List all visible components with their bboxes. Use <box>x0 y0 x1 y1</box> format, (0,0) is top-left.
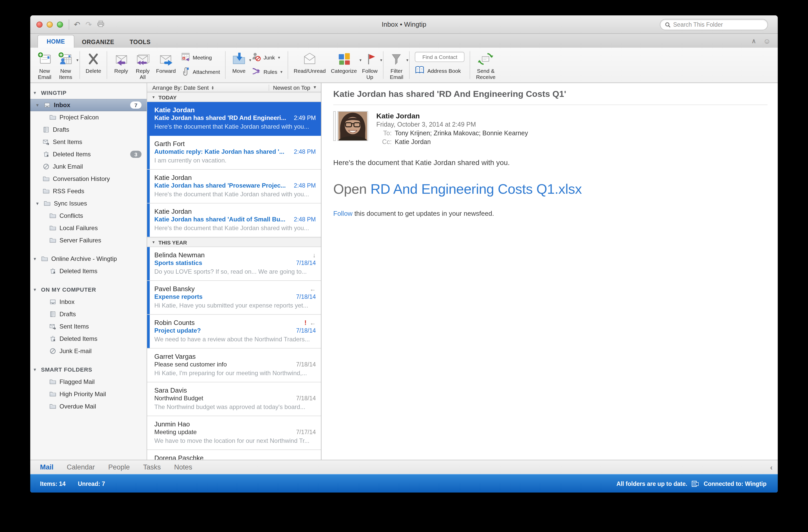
address-book-button[interactable]: Address Book <box>415 66 465 75</box>
sidebar-item[interactable]: ▼ Online Archive - Wingtip <box>30 253 147 265</box>
message-list-item[interactable]: ▼ Garth Fort ! <box>147 136 321 170</box>
sidebar-item[interactable]: ▼ Deleted Items 3 <box>30 148 147 160</box>
sidebar-item[interactable]: ▼ Conversation History <box>30 173 147 185</box>
read-unread-button[interactable]: Read/Unread <box>291 50 328 74</box>
sidebar-item[interactable]: ▼ Inbox 7 <box>30 99 147 111</box>
find-a-contact-input[interactable]: Find a Contact <box>415 52 465 62</box>
reply-button[interactable]: Reply <box>110 50 132 74</box>
forward-button[interactable]: Forward <box>153 50 179 74</box>
message-preview: Hi Katie, I'm preparing for our meeting … <box>154 369 316 378</box>
meeting-button[interactable]: Meeting <box>181 52 220 63</box>
message-subject: Please send customer info <box>154 361 292 368</box>
disclosure-triangle-icon[interactable]: ▼ <box>33 367 38 372</box>
cc-recipients: Katie Jordan <box>395 138 431 147</box>
group-header[interactable]: ▼ THIS YEAR <box>147 237 321 247</box>
message-date: Friday, October 3, 2014 at 2:49 PM <box>376 120 528 129</box>
send-receive-button[interactable]: Send & Receive <box>474 50 498 80</box>
sort-order-control[interactable]: Newest on Top ▼ <box>269 84 321 91</box>
document-link[interactable]: RD And Engineering Costs Q1.xlsx <box>370 182 582 197</box>
junk-button[interactable]: Junk ▾ <box>251 52 282 63</box>
message-list-item[interactable]: ▼ Sara Davis ! <box>147 382 321 416</box>
sidebar-item[interactable]: ▼ SMART FOLDERS <box>30 363 147 376</box>
folder-icon <box>42 188 50 195</box>
new-items-button[interactable]: New Items ▾ <box>55 50 76 80</box>
new-email-button[interactable]: New Email <box>34 50 55 80</box>
new-items-dropdown-caret[interactable]: ▾ <box>76 58 78 62</box>
message-list-item[interactable]: ▼ THIS YEAR ! <box>147 237 321 247</box>
follow-up-button[interactable]: Follow Up ▾ <box>360 50 380 80</box>
reply-all-button[interactable]: Reply All <box>132 50 153 80</box>
sidebar-item[interactable]: ▼ ON MY COMPUTER <box>30 283 147 296</box>
message-sender: Junmin Hao <box>154 420 316 428</box>
message-list-item[interactable]: ▼ Belinda Newman ! ↓ <box>147 247 321 281</box>
message-subject: Expense reports <box>154 293 292 300</box>
sidebar-item[interactable]: ▼ Sync Issues <box>30 197 147 210</box>
sidebar-item[interactable]: ▼ RSS Feeds <box>30 185 147 197</box>
follow-link[interactable]: Follow <box>333 210 352 217</box>
sidebar-item[interactable]: ▼ Sent Items <box>30 136 147 148</box>
module-tab-notes[interactable]: Notes <box>174 463 192 471</box>
disclosure-triangle-icon[interactable]: ▼ <box>33 287 38 292</box>
message-list-item[interactable]: ▼ Katie Jordan ! <box>147 204 321 237</box>
disclosure-triangle-icon[interactable]: ▼ <box>33 256 38 261</box>
search-input[interactable]: Search This Folder <box>660 19 768 30</box>
disclosure-triangle-icon[interactable]: ▼ <box>35 201 40 206</box>
sidebar-item[interactable]: ▼ Drafts <box>30 308 147 320</box>
categorize-button[interactable]: Categorize ▾ <box>328 50 360 74</box>
message-subject: Automatic reply: Katie Jordan has shared… <box>154 148 290 155</box>
message-list-item[interactable]: ▼ Junmin Hao ! <box>147 416 321 450</box>
sidebar-item-label: Junk Email <box>53 163 83 170</box>
follow-up-dropdown-caret[interactable]: ▾ <box>380 58 382 62</box>
message-list-item[interactable]: ▼ Pavel Bansky ! ← <box>147 281 321 315</box>
sidebar-item[interactable]: ▼ Sent Items <box>30 320 147 332</box>
sidebar-item[interactable]: ▼ WINGTIP <box>30 87 147 99</box>
module-tab-tasks[interactable]: Tasks <box>143 463 161 471</box>
sidebar-item[interactable]: ▼ Overdue Mail <box>30 400 147 413</box>
tab-tools[interactable]: TOOLS <box>122 36 159 48</box>
sidebar-item[interactable]: ▼ High Priority Mail <box>30 388 147 400</box>
message-list-item[interactable]: ▼ Katie Jordan ! <box>147 102 321 136</box>
sidebar-item[interactable]: ▼ Project Falcon <box>30 111 147 124</box>
sidebar-item[interactable]: ▼ Flagged Mail <box>30 376 147 388</box>
filter-email-button[interactable]: Filter Email ▾ <box>387 50 406 80</box>
message-list-item[interactable]: ▼ TODAY ! <box>147 92 321 102</box>
sidebar-item[interactable]: ▼ Junk Email <box>30 160 147 173</box>
sidebar-item[interactable]: ▼ Drafts <box>30 124 147 136</box>
sidebar-item-label: Inbox <box>59 298 75 305</box>
rules-dropdown-caret[interactable]: ▾ <box>280 70 282 74</box>
tab-organize[interactable]: ORGANIZE <box>74 36 122 48</box>
new-items-icon <box>57 51 74 67</box>
message-list-item[interactable]: ▼ Dorena Paschke ! <box>147 450 321 460</box>
collapse-ribbon-icon[interactable]: ∧ <box>752 37 756 44</box>
disclosure-triangle-icon[interactable]: ▼ <box>33 91 38 95</box>
sidebar-item[interactable]: ▼ Junk E-mail <box>30 345 147 357</box>
filter-email-dropdown-caret[interactable]: ▾ <box>406 58 408 62</box>
message-list-item[interactable]: ▼ Robin Counts ! ← <box>147 315 321 348</box>
message-list-item[interactable]: ▼ Katie Jordan ! <box>147 170 321 204</box>
read-unread-icon <box>302 51 317 67</box>
sidebar-item[interactable]: ▼ Server Failures <box>30 234 147 247</box>
message-list-item[interactable]: ▼ Garret Vargas ! <box>147 348 321 382</box>
sidebar-item[interactable]: ▼ Deleted Items <box>30 265 147 277</box>
reply-status-icon: ← <box>310 319 316 326</box>
module-tab-calendar[interactable]: Calendar <box>67 463 95 471</box>
sidebar-item[interactable]: ▼ Deleted Items <box>30 332 147 345</box>
group-header[interactable]: ▼ TODAY <box>147 92 321 102</box>
attachment-button[interactable]: Attachment <box>181 66 220 77</box>
move-dropdown-caret[interactable]: ▾ <box>249 58 251 62</box>
sidebar-item[interactable]: ▼ Conflicts <box>30 210 147 222</box>
module-tab-people[interactable]: People <box>108 463 130 471</box>
sidebar-item[interactable]: ▼ Inbox <box>30 296 147 308</box>
collapse-pane-chevron-icon[interactable]: ‹ <box>770 463 773 472</box>
sidebar-item[interactable]: ▼ Local Failures <box>30 222 147 234</box>
junk-dropdown-caret[interactable]: ▾ <box>278 55 280 60</box>
rules-button[interactable]: Rules ▾ <box>251 66 282 77</box>
tab-home[interactable]: HOME <box>37 35 74 48</box>
arrange-by-control[interactable]: Arrange By: Date Sent ▲▼ <box>147 84 269 91</box>
module-tab-mail[interactable]: Mail <box>40 463 54 471</box>
feedback-smiley-icon[interactable]: ☺ <box>763 37 771 45</box>
move-button[interactable]: Move ▾ <box>229 50 249 74</box>
disclosure-triangle-icon[interactable]: ▼ <box>35 103 40 107</box>
message-preview: Do you LOVE sports? If so, read on... We… <box>154 268 316 276</box>
delete-button[interactable]: Delete <box>83 50 104 74</box>
